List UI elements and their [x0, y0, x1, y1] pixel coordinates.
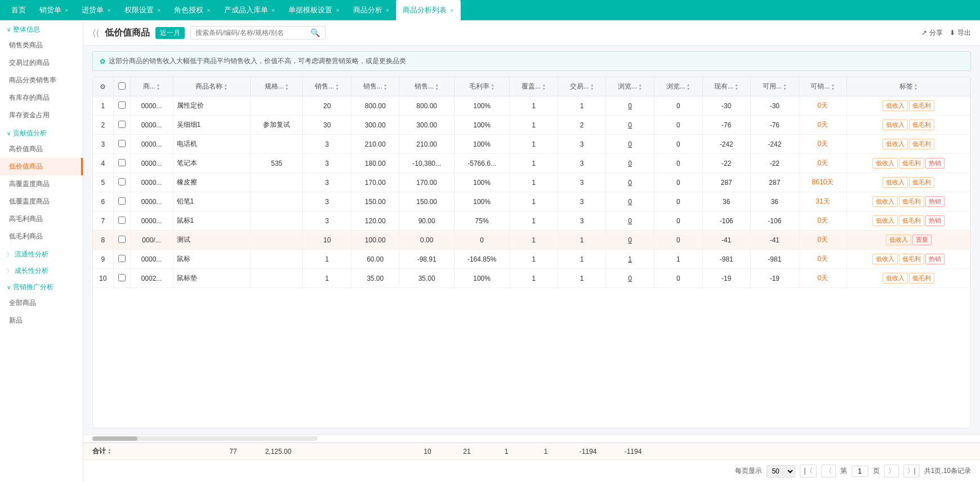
- sidebar-item-new-goods[interactable]: 新品: [0, 312, 83, 329]
- next-page-button[interactable]: 〉: [884, 465, 899, 477]
- sale-qty-column-header[interactable]: 销售...▲▼: [303, 77, 351, 96]
- sidebar-item-category-sales-rate[interactable]: 商品分类销售率: [0, 72, 83, 89]
- row-checkbox[interactable]: [113, 173, 130, 192]
- row-select-checkbox[interactable]: [118, 140, 126, 147]
- browse-link[interactable]: 0: [628, 140, 632, 148]
- sidebar-group-contribution[interactable]: ∨ 贡献值分析: [0, 124, 83, 140]
- row-browse1[interactable]: 0: [606, 211, 654, 231]
- row-browse1[interactable]: 0: [606, 135, 654, 154]
- nav-product-inbound[interactable]: 产成品入库单×: [217, 0, 282, 20]
- browse-link[interactable]: 0: [628, 121, 632, 129]
- sidebar-item-traded-goods[interactable]: 交易过的商品: [0, 54, 83, 72]
- settings-column-header[interactable]: ⚙: [93, 77, 113, 96]
- available-column-header[interactable]: 可用...▲▼: [751, 77, 799, 96]
- row-checkbox[interactable]: [113, 135, 130, 154]
- first-page-button[interactable]: |〈: [800, 465, 816, 477]
- row-browse1[interactable]: 0: [606, 96, 654, 116]
- close-icon[interactable]: ×: [207, 7, 210, 14]
- row-browse1[interactable]: 0: [606, 116, 654, 135]
- last-page-button[interactable]: 〉|: [903, 465, 920, 477]
- scroll-track[interactable]: [92, 436, 318, 441]
- page-size-select[interactable]: 50 100 200: [767, 465, 795, 477]
- browse-link[interactable]: 1: [628, 255, 632, 263]
- sidebar-toggle-icon[interactable]: ⟨⟨: [92, 28, 99, 38]
- browse-link[interactable]: 0: [628, 198, 632, 206]
- sidebar-group-marketing[interactable]: ∨ 营销推广分析: [0, 278, 83, 294]
- row-checkbox[interactable]: [113, 154, 130, 173]
- sidebar-item-low-value[interactable]: 低价值商品: [0, 158, 83, 175]
- nav-permission-settings[interactable]: 权限设置×: [118, 0, 167, 20]
- row-browse1[interactable]: 0: [606, 192, 654, 211]
- row-browse1[interactable]: 0: [606, 154, 654, 173]
- close-icon[interactable]: ×: [386, 7, 389, 14]
- spec-column-header[interactable]: 规格...▲▼: [251, 77, 303, 96]
- sidebar-item-high-coverage[interactable]: 高覆盖度商品: [0, 175, 83, 193]
- gross-margin-column-header[interactable]: 毛利率▲▼: [454, 77, 509, 96]
- search-input[interactable]: [195, 29, 308, 37]
- row-checkbox[interactable]: [113, 231, 130, 250]
- row-checkbox[interactable]: [113, 269, 130, 288]
- sale-amount-column-header[interactable]: 销售...▲▼: [399, 77, 454, 96]
- page-number-input[interactable]: [852, 466, 868, 477]
- nav-product-analysis-list[interactable]: 商品分析列表×: [396, 0, 460, 20]
- browse-link[interactable]: 0: [628, 275, 632, 282]
- sidebar-item-low-coverage[interactable]: 低覆盖度商品: [0, 193, 83, 210]
- export-button[interactable]: ⬇ 导出: [950, 28, 971, 38]
- close-icon[interactable]: ×: [65, 7, 68, 14]
- browse2-column-header[interactable]: 浏览...▲▼: [654, 77, 702, 96]
- row-browse1[interactable]: 1: [606, 250, 654, 269]
- nav-sales-order[interactable]: 销货单×: [33, 0, 75, 20]
- row-checkbox[interactable]: [113, 96, 130, 116]
- sidebar-item-low-margin[interactable]: 低毛利商品: [0, 228, 83, 245]
- sidebar-group-overall[interactable]: ∨ 整体信息: [0, 20, 83, 37]
- row-checkbox[interactable]: [113, 192, 130, 211]
- row-select-checkbox[interactable]: [118, 236, 126, 243]
- browse-link[interactable]: 0: [628, 236, 632, 244]
- nav-purchase-order[interactable]: 进货单×: [75, 0, 117, 20]
- nav-role-auth[interactable]: 角色授权×: [167, 0, 217, 20]
- sidebar-item-all-goods[interactable]: 全部商品: [0, 294, 83, 312]
- sidebar-item-stock-goods[interactable]: 有库存的商品: [0, 89, 83, 107]
- coverage-column-header[interactable]: 覆盖...▲▼: [510, 77, 558, 96]
- browse-link[interactable]: 0: [628, 217, 632, 225]
- browse-link[interactable]: 0: [628, 179, 632, 187]
- row-select-checkbox[interactable]: [118, 159, 126, 166]
- row-select-checkbox[interactable]: [118, 178, 126, 185]
- transaction-column-header[interactable]: 交易...▲▼: [558, 77, 606, 96]
- sidebar-group-flow[interactable]: 〉 流通性分析: [0, 245, 83, 262]
- row-checkbox[interactable]: [113, 116, 130, 135]
- row-select-checkbox[interactable]: [118, 121, 126, 128]
- browse-link[interactable]: 0: [628, 160, 632, 167]
- close-icon[interactable]: ×: [450, 7, 453, 14]
- current-stock-column-header[interactable]: 现有...▲▼: [702, 77, 751, 96]
- row-checkbox[interactable]: [113, 211, 130, 231]
- name-column-header[interactable]: 商品名称▲▼: [173, 77, 251, 96]
- nav-home[interactable]: 首页: [5, 0, 33, 20]
- row-checkbox[interactable]: [113, 250, 130, 269]
- share-button[interactable]: ↗ 分享: [921, 28, 943, 38]
- sidebar-group-growth[interactable]: 〉 成长性分析: [0, 262, 83, 278]
- code-column-header[interactable]: 商...▲▼: [130, 77, 173, 96]
- close-icon[interactable]: ×: [107, 7, 110, 14]
- sidebar-item-sales-goods[interactable]: 销售类商品: [0, 37, 83, 54]
- sidebar-item-high-value[interactable]: 高价值商品: [0, 140, 83, 158]
- browse-link[interactable]: 0: [628, 102, 632, 110]
- sidebar-item-stock-funds[interactable]: 库存资金占用: [0, 107, 83, 124]
- row-select-checkbox[interactable]: [118, 274, 126, 281]
- scroll-thumb[interactable]: [92, 436, 137, 441]
- close-icon[interactable]: ×: [157, 7, 161, 14]
- row-browse1[interactable]: 0: [606, 173, 654, 192]
- row-browse1[interactable]: 0: [606, 269, 654, 288]
- row-select-checkbox[interactable]: [118, 216, 126, 224]
- close-icon[interactable]: ×: [336, 7, 339, 14]
- nav-product-analysis[interactable]: 商品分析×: [346, 0, 396, 20]
- checkbox-column-header[interactable]: [113, 77, 130, 96]
- nav-template-settings[interactable]: 单据模板设置×: [282, 0, 346, 20]
- close-icon[interactable]: ×: [271, 7, 275, 14]
- filter-tag-recent-month[interactable]: 近一月: [155, 27, 185, 39]
- sale-price-column-header[interactable]: 销售...▲▼: [351, 77, 399, 96]
- row-select-checkbox[interactable]: [118, 197, 126, 205]
- row-select-checkbox[interactable]: [118, 255, 126, 262]
- search-icon[interactable]: 🔍: [310, 28, 320, 37]
- prev-page-button[interactable]: 〈: [821, 465, 836, 477]
